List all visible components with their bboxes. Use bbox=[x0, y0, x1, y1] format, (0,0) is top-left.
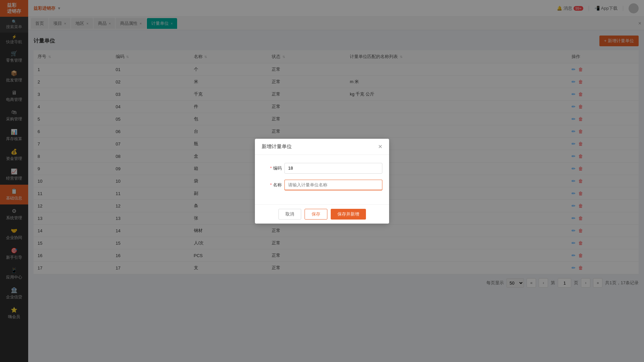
name-label: 名称 bbox=[262, 182, 282, 188]
modal-header: 新增计量单位 ✕ bbox=[255, 139, 389, 155]
code-input[interactable] bbox=[284, 163, 382, 174]
add-unit-modal: 新增计量单位 ✕ 编码 名称 取消 保存 保存并新增 bbox=[255, 139, 389, 224]
modal-overlay[interactable]: 新增计量单位 ✕ 编码 名称 取消 保存 保存并新增 bbox=[0, 0, 644, 362]
name-input[interactable] bbox=[284, 180, 382, 190]
modal-footer: 取消 保存 保存并新增 bbox=[255, 204, 389, 224]
form-item-code: 编码 bbox=[262, 163, 382, 174]
modal-title: 新增计量单位 bbox=[262, 143, 292, 150]
modal-body: 编码 名称 bbox=[255, 155, 389, 204]
modal-close-button[interactable]: ✕ bbox=[378, 143, 382, 150]
save-and-new-button[interactable]: 保存并新增 bbox=[331, 209, 366, 220]
code-label: 编码 bbox=[262, 165, 282, 171]
save-button[interactable]: 保存 bbox=[305, 209, 327, 220]
cancel-button[interactable]: 取消 bbox=[278, 209, 301, 220]
form-item-name: 名称 bbox=[262, 180, 382, 190]
